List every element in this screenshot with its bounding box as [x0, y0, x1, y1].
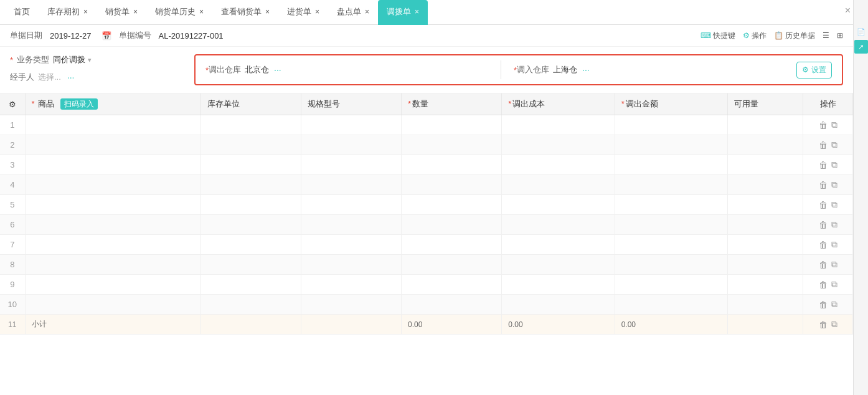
tab-inventory-check[interactable]: 盘点单 ×	[328, 0, 378, 25]
warehouse-in-more-icon[interactable]: ···	[582, 65, 590, 75]
cell-cost[interactable]	[502, 295, 615, 315]
cell-goods[interactable]	[25, 115, 200, 135]
copy-icon[interactable]: ⧉	[831, 259, 837, 270]
tab-view-sales[interactable]: 查看销货单 ×	[212, 0, 278, 25]
cell-goods[interactable]	[25, 215, 200, 235]
cell-goods[interactable]	[25, 175, 200, 195]
cell-amount[interactable]	[615, 295, 727, 315]
shortcut-button[interactable]: ⌨ 快捷键	[701, 31, 735, 41]
cell-unit[interactable]	[200, 255, 301, 275]
copy-icon[interactable]: ⧉	[831, 179, 837, 190]
cell-spec[interactable]	[301, 135, 401, 155]
cell-goods[interactable]	[25, 275, 200, 295]
tab-inventory-init[interactable]: 库存期初 ×	[39, 0, 97, 25]
delete-icon[interactable]: 🗑	[819, 280, 828, 290]
cell-amount[interactable]	[615, 255, 727, 275]
layout-button2[interactable]: ⊞	[837, 31, 843, 40]
cell-cost[interactable]	[502, 215, 615, 235]
cell-available[interactable]	[728, 295, 803, 315]
cell-spec[interactable]	[301, 215, 401, 235]
cell-goods[interactable]	[25, 235, 200, 255]
cell-available[interactable]	[728, 235, 803, 255]
cell-available[interactable]	[728, 115, 803, 135]
col-settings[interactable]: ⚙	[0, 93, 25, 115]
cell-amount[interactable]	[615, 155, 727, 175]
delete-icon[interactable]: 🗑	[819, 240, 828, 250]
copy-icon[interactable]: ⧉	[831, 279, 837, 290]
delete-icon[interactable]: 🗑	[819, 300, 828, 310]
cell-unit[interactable]	[200, 115, 301, 135]
cell-goods[interactable]	[25, 135, 200, 155]
cell-unit[interactable]	[200, 275, 301, 295]
tab-close-icon[interactable]: ×	[265, 8, 270, 16]
copy-icon[interactable]: ⧉	[831, 319, 837, 330]
tab-sales-history[interactable]: 销货单历史 ×	[146, 0, 212, 25]
cell-spec[interactable]	[301, 295, 401, 315]
cell-cost[interactable]	[502, 155, 615, 175]
cell-amount[interactable]	[615, 195, 727, 215]
cell-amount[interactable]	[615, 135, 727, 155]
cell-unit[interactable]	[200, 215, 301, 235]
cell-goods[interactable]	[25, 195, 200, 215]
cell-amount[interactable]	[615, 175, 727, 195]
cell-qty[interactable]	[402, 155, 502, 175]
tab-close-icon[interactable]: ×	[133, 8, 138, 16]
cell-qty[interactable]	[402, 215, 502, 235]
scan-entry-button[interactable]: 扫码录入	[60, 98, 98, 110]
cell-spec[interactable]	[301, 175, 401, 195]
cell-spec[interactable]	[301, 115, 401, 135]
layout-button1[interactable]: ☰	[823, 31, 829, 40]
cell-qty[interactable]	[402, 135, 502, 155]
cell-amount[interactable]	[615, 235, 727, 255]
copy-icon[interactable]: ⧉	[831, 120, 837, 130]
delete-icon[interactable]: 🗑	[819, 180, 828, 190]
delete-icon[interactable]: 🗑	[819, 260, 828, 270]
cell-spec[interactable]	[301, 275, 401, 295]
cell-goods[interactable]	[25, 295, 200, 315]
delete-icon[interactable]: 🗑	[819, 140, 828, 150]
cell-cost[interactable]	[502, 175, 615, 195]
cell-spec[interactable]	[301, 195, 401, 215]
cell-unit[interactable]	[200, 295, 301, 315]
cell-unit[interactable]	[200, 195, 301, 215]
cell-cost[interactable]	[502, 115, 615, 135]
cell-qty[interactable]	[402, 175, 502, 195]
copy-icon[interactable]: ⧉	[831, 299, 837, 310]
handler-more-icon[interactable]: ···	[67, 72, 75, 82]
cell-available[interactable]	[728, 135, 803, 155]
tab-close-icon[interactable]: ×	[199, 8, 204, 16]
cell-available[interactable]	[728, 195, 803, 215]
cell-qty[interactable]	[402, 255, 502, 275]
handler-placeholder[interactable]: 选择...	[38, 72, 61, 83]
warehouse-out-more-icon[interactable]: ···	[274, 65, 281, 75]
delete-icon[interactable]: 🗑	[819, 120, 828, 130]
sidebar-doc-icon[interactable]: 📄	[854, 25, 868, 39]
cell-qty[interactable]	[402, 115, 502, 135]
window-close-button[interactable]: ×	[845, 5, 851, 16]
cell-cost[interactable]	[502, 275, 615, 295]
cell-amount[interactable]	[615, 115, 727, 135]
cell-qty[interactable]	[402, 195, 502, 215]
delete-icon[interactable]: 🗑	[819, 160, 828, 170]
cell-cost[interactable]	[502, 135, 615, 155]
copy-icon[interactable]: ⧉	[831, 239, 837, 250]
copy-icon[interactable]: ⧉	[831, 159, 837, 170]
cell-cost[interactable]	[502, 235, 615, 255]
history-button[interactable]: 📋 历史单据	[774, 31, 815, 41]
tab-close-icon[interactable]: ×	[415, 8, 419, 16]
cell-spec[interactable]	[301, 255, 401, 275]
tab-home[interactable]: 首页	[5, 0, 39, 25]
cell-available[interactable]	[728, 275, 803, 295]
cell-cost[interactable]	[502, 195, 615, 215]
cell-amount[interactable]	[615, 275, 727, 295]
cell-spec[interactable]	[301, 235, 401, 255]
cell-qty[interactable]	[402, 235, 502, 255]
delete-icon[interactable]: 🗑	[819, 220, 828, 230]
tab-purchase[interactable]: 进货单 ×	[278, 0, 328, 25]
copy-icon[interactable]: ⧉	[831, 219, 837, 230]
business-type-select[interactable]: 同价调拨 ▾	[53, 54, 92, 65]
tab-transfer[interactable]: 调拨单 ×	[378, 0, 428, 25]
cell-spec[interactable]	[301, 155, 401, 175]
cell-available[interactable]	[728, 215, 803, 235]
copy-icon[interactable]: ⧉	[831, 199, 837, 210]
